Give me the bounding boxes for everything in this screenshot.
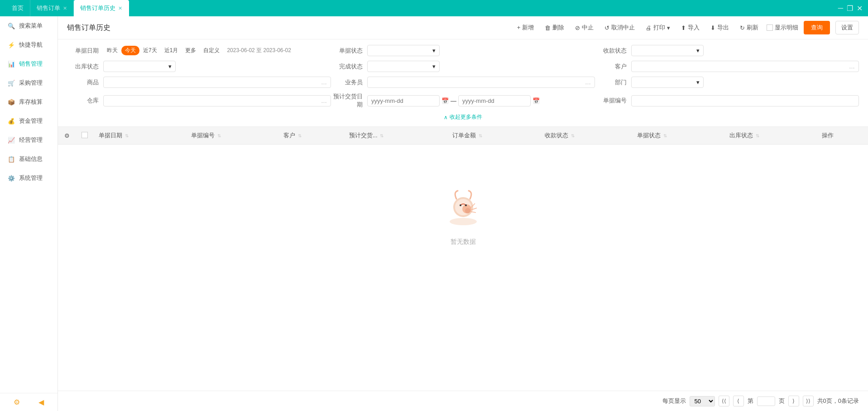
customer-picker-btn[interactable]: … <box>849 63 855 70</box>
date-btn-yesterday[interactable]: 昨天 <box>103 46 121 55</box>
sidebar-item-basic-info[interactable]: 📋 基础信息 <box>0 150 58 169</box>
toolbar-stop-btn[interactable]: ⊘ 中止 <box>572 22 596 34</box>
payment-status-dropdown-icon: ▾ <box>696 47 700 54</box>
date-btn-custom[interactable]: 自定义 <box>200 46 223 55</box>
window-restore-btn[interactable]: ❐ <box>847 4 853 13</box>
order-no-sort-icon[interactable]: ⇅ <box>217 133 221 138</box>
show-detail-toggle[interactable]: 显示明细 <box>767 24 798 32</box>
date-btn-today[interactable]: 今天 <box>121 46 139 55</box>
tab-sales-history[interactable]: 销售订单历史 ✕ <box>74 0 129 16</box>
delivery-date-sort-icon[interactable]: ⇅ <box>380 133 384 138</box>
sidebar-label-operations: 经营管理 <box>19 136 43 144</box>
empty-state-row: 暂无数据 <box>58 145 868 287</box>
page-size-select[interactable]: 50 10 20 100 <box>690 396 715 406</box>
sidebar-bottom: ⚙ ◀ <box>0 393 58 411</box>
sidebar-item-finance[interactable]: 💰 资金管理 <box>0 111 58 131</box>
delivery-date-to-input[interactable] <box>458 95 531 106</box>
import-icon: ⬆ <box>681 24 686 31</box>
order-status-sort-icon[interactable]: ⇅ <box>663 133 667 138</box>
cancel-stop-icon: ↺ <box>604 24 609 31</box>
toolbar: + 新增 🗑 删除 ⊘ 中止 ↺ 取消中止 🖨 打印 ▾ <box>514 21 859 34</box>
toolbar-refresh-btn[interactable]: ↻ 刷新 <box>737 22 761 34</box>
purchase-icon: 🛒 <box>7 79 15 87</box>
empty-text: 暂无数据 <box>451 238 476 246</box>
toolbar-new-btn[interactable]: + 新增 <box>514 22 537 34</box>
system-icon: ⚙️ <box>7 174 15 182</box>
product-filter: … <box>103 77 331 88</box>
sidebar-item-sales[interactable]: 📊 销售管理 <box>0 54 58 73</box>
pagination: 每页显示 50 10 20 100 ⟨⟨ ⟨ 第 1 页 ⟩ ⟩⟩ 共0页，0条… <box>58 391 868 411</box>
order-no-input[interactable] <box>631 95 859 106</box>
sidebar-item-quick-nav[interactable]: ⚡ 快捷导航 <box>0 35 58 54</box>
product-picker-btn[interactable]: … <box>321 79 327 86</box>
date-range-text: 2023-06-02 至 2023-06-02 <box>227 47 291 54</box>
window-minimize-btn[interactable]: ─ <box>838 4 843 12</box>
out-status-filter: ▾ <box>103 61 331 72</box>
payment-status-select[interactable]: ▾ <box>631 45 704 56</box>
settings-button[interactable]: 设置 <box>835 21 859 34</box>
data-table: ⚙ 单据日期 ⇅ 单据编号 ⇅ <box>58 127 868 287</box>
delivery-date-from-input[interactable] <box>367 95 440 106</box>
filter-row-1: 单据日期 昨天 今天 近7天 近1月 更多 自定义 2023-06-02 至 2… <box>67 45 859 56</box>
page-nav-last-btn[interactable]: ⟩⟩ <box>803 396 814 406</box>
calendar-icon-to[interactable]: 📅 <box>532 97 540 104</box>
date-btn-more[interactable]: 更多 <box>182 46 200 55</box>
collapse-bar[interactable]: ∧ 收起更多条件 <box>67 113 859 121</box>
customer-sort-icon[interactable]: ⇅ <box>298 133 302 138</box>
window-close-btn[interactable]: ✕ <box>857 4 863 13</box>
table-gear-icon[interactable]: ⚙ <box>64 132 70 139</box>
finance-icon: 💰 <box>7 117 15 125</box>
complete-status-select[interactable]: ▾ <box>367 61 440 72</box>
product-label: 商品 <box>67 78 103 87</box>
table-col-customer: 客户 ⇅ <box>278 127 344 145</box>
sidebar-item-operations[interactable]: 📈 经营管理 <box>0 131 58 150</box>
salesperson-label: 业务员 <box>331 78 367 87</box>
toolbar-import-btn[interactable]: ⬆ 导入 <box>678 22 702 34</box>
tab-home[interactable]: 首页 <box>5 0 30 16</box>
query-button[interactable]: 查询 <box>804 21 830 34</box>
sidebar-label-system: 系统管理 <box>19 174 43 182</box>
stop-icon: ⊘ <box>575 24 580 31</box>
table-header-row: ⚙ 单据日期 ⇅ 单据编号 ⇅ <box>58 127 868 145</box>
svg-point-0 <box>450 218 477 225</box>
show-detail-checkbox[interactable] <box>767 24 773 31</box>
toolbar-export-btn[interactable]: ⬇ 导出 <box>708 22 732 34</box>
order-status-filter: ▾ <box>367 45 595 56</box>
sidebar-item-purchase[interactable]: 🛒 采购管理 <box>0 73 58 92</box>
total-records-text: 共0页，0条记录 <box>817 397 859 405</box>
sidebar-settings-icon[interactable]: ⚙ <box>14 398 20 406</box>
salesperson-picker-btn[interactable]: … <box>585 79 591 86</box>
print-dropdown-icon[interactable]: ▾ <box>667 24 670 31</box>
payment-status-sort-icon[interactable]: ⇅ <box>571 133 575 138</box>
tab-sales-order-close[interactable]: ✕ <box>63 5 67 11</box>
table-select-all-checkbox[interactable] <box>82 132 88 138</box>
order-status-select[interactable]: ▾ <box>367 45 440 56</box>
sidebar-item-inventory[interactable]: 📦 库存核算 <box>0 92 58 111</box>
page-number-input[interactable]: 1 <box>757 396 775 406</box>
page-nav-prev-btn[interactable]: ⟨ <box>733 396 744 406</box>
sidebar-collapse-icon[interactable]: ◀ <box>38 398 44 406</box>
top-bar: 首页 销售订单 ✕ 销售订单历史 ✕ ─ ❐ ✕ <box>0 0 868 16</box>
date-btn-7days[interactable]: 近7天 <box>139 46 161 55</box>
out-status-sort-icon[interactable]: ⇅ <box>756 133 759 138</box>
warehouse-picker-btn[interactable]: … <box>321 97 327 104</box>
sidebar-item-search-menu[interactable]: 🔍 搜索菜单 <box>0 16 58 35</box>
page-nav-next-btn[interactable]: ⟩ <box>788 396 799 406</box>
page-nav-first-btn[interactable]: ⟨⟨ <box>719 396 729 406</box>
sidebar-item-system[interactable]: ⚙️ 系统管理 <box>0 169 58 188</box>
department-select[interactable]: ▾ <box>631 77 704 88</box>
toolbar-print-btn[interactable]: 🖨 打印 ▾ <box>643 22 673 34</box>
date-btn-1month[interactable]: 近1月 <box>161 46 182 55</box>
toolbar-delete-btn[interactable]: 🗑 删除 <box>542 22 567 34</box>
date-sort-icon[interactable]: ⇅ <box>125 133 129 138</box>
search-menu-icon: 🔍 <box>7 22 15 30</box>
toolbar-cancel-stop-btn[interactable]: ↺ 取消中止 <box>602 22 638 34</box>
calendar-icon-from[interactable]: 📅 <box>441 97 449 104</box>
sidebar-label-quick-nav: 快捷导航 <box>19 41 43 49</box>
out-status-select[interactable]: ▾ <box>103 61 176 72</box>
tab-sales-order[interactable]: 销售订单 ✕ <box>30 0 74 16</box>
svg-point-6 <box>465 208 470 213</box>
amount-sort-icon[interactable]: ⇅ <box>479 133 482 138</box>
tab-sales-history-close[interactable]: ✕ <box>118 5 122 11</box>
page-title: 销售订单历史 <box>67 23 110 33</box>
